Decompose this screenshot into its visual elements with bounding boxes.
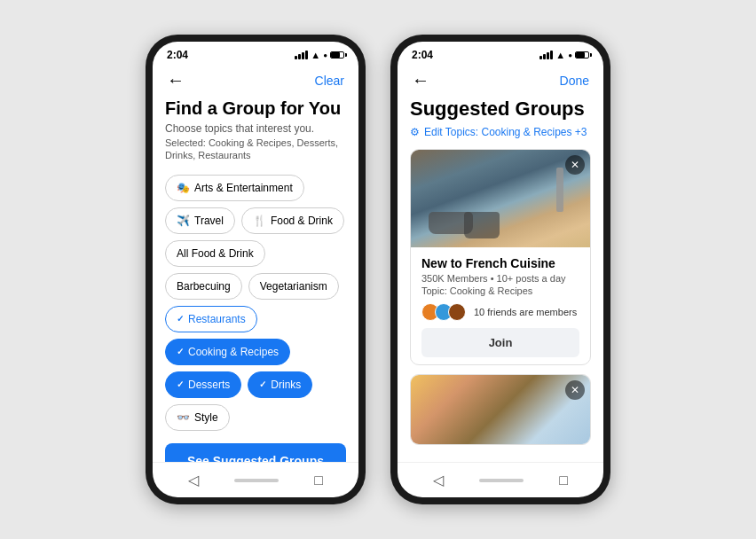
chip-cooking-label: Cooking & Recipes [188, 346, 279, 358]
avatar-3 [448, 303, 466, 321]
wifi-icon-right: ▲ [555, 50, 565, 60]
back-nav-right[interactable]: ◁ [433, 472, 444, 488]
page-subtitle-left: Choose topics that interest you. [165, 122, 346, 135]
chip-drinks-label: Drinks [271, 379, 301, 391]
chip-travel-label: Travel [194, 215, 224, 227]
chip-food-label: Food & Drink [271, 215, 333, 227]
friends-row-french: 10 friends are members [421, 303, 579, 321]
close-card-2[interactable]: ✕ [565, 380, 585, 400]
status-bar-left: 2:04 ▲ ● [153, 42, 358, 65]
status-bar-right: 2:04 ▲ ● [398, 42, 603, 65]
selected-topics-label: Selected: Cooking & Recipes, Desserts, D… [165, 137, 346, 162]
left-screen-content: Find a Group for You Choose topics that … [153, 98, 358, 462]
chip-allfood[interactable]: All Food & Drink [165, 240, 265, 267]
travel-icon: ✈️ [177, 215, 190, 227]
back-button-left[interactable]: ← [167, 70, 185, 90]
style-icon: 👓 [177, 411, 190, 424]
suggested-title: Suggested Groups [410, 98, 591, 121]
page-title-left: Find a Group for You [165, 98, 346, 119]
arts-icon: 🎭 [177, 182, 190, 194]
group-meta-french: 350K Members • 10+ posts a day [421, 273, 579, 284]
chip-bbq[interactable]: Barbecuing [165, 273, 242, 300]
chip-travel[interactable]: ✈️ Travel [165, 207, 235, 234]
back-button-right[interactable]: ← [412, 70, 429, 90]
right-phone-screen: 2:04 ▲ ● ← Done Suggested Gro [398, 42, 603, 497]
battery-icon-left [330, 51, 344, 59]
chip-style[interactable]: 👓 Style [165, 404, 230, 431]
edit-topics-label: Edit Topics: Cooking & Recipes +3 [424, 126, 587, 138]
square-nav-left[interactable]: □ [314, 473, 323, 488]
bottom-nav-left: ◁ □ [153, 462, 358, 497]
chip-cooking[interactable]: ✓ Cooking & Recipes [165, 339, 290, 365]
check-restaurants: ✓ [177, 314, 184, 324]
chip-bbq-label: Barbecuing [177, 280, 231, 293]
group-info-french: New to French Cuisine 350K Members • 10+… [411, 247, 590, 364]
chip-restaurants-label: Restaurants [188, 313, 246, 325]
chip-style-label: Style [194, 411, 218, 424]
friends-count: 10 friends are members [474, 307, 577, 317]
signal-dot-left: ● [323, 51, 327, 59]
food-icon: 🍴 [253, 215, 266, 227]
check-drinks: ✓ [259, 379, 266, 389]
chip-desserts[interactable]: ✓ Desserts [165, 371, 241, 398]
chip-arts[interactable]: 🎭 Arts & Entertainment [165, 175, 304, 201]
status-icons-right: ▲ ● [539, 50, 589, 60]
group-image-french: ✕ [411, 150, 590, 247]
bottom-nav-right: ◁ □ [398, 462, 603, 497]
clear-button[interactable]: Clear [315, 74, 344, 88]
left-phone-screen: 2:04 ▲ ● ← Clear Find a Group [153, 42, 358, 497]
check-cooking: ✓ [177, 347, 184, 356]
nav-bar-left: ← Clear [153, 65, 358, 98]
left-phone: 2:04 ▲ ● ← Clear Find a Group [146, 35, 366, 504]
see-groups-button[interactable]: See Suggested Groups [165, 443, 346, 462]
signal-dot-right: ● [568, 51, 572, 59]
right-phone: 2:04 ▲ ● ← Done Suggested Gro [390, 35, 610, 504]
home-indicator-right[interactable] [479, 479, 524, 482]
group-image-2: ✕ [411, 375, 590, 445]
chip-arts-label: Arts & Entertainment [194, 182, 293, 194]
gear-icon: ⚙ [410, 126, 420, 138]
chip-vegetarianism[interactable]: Vegetarianism [248, 273, 339, 300]
square-nav-right[interactable]: □ [559, 473, 568, 488]
group-topic-french: Topic: Cooking & Recipes [421, 285, 579, 296]
group-name-french: New to French Cuisine [421, 256, 579, 270]
time-right: 2:04 [412, 49, 433, 61]
time-left: 2:04 [167, 49, 188, 61]
chip-food[interactable]: 🍴 Food & Drink [241, 207, 344, 234]
done-button[interactable]: Done [560, 74, 589, 88]
status-icons-left: ▲ ● [295, 50, 344, 60]
avatar-stack [421, 303, 461, 321]
close-card-1[interactable]: ✕ [565, 155, 585, 175]
chip-veg-label: Vegetarianism [260, 280, 327, 293]
wifi-icon-left: ▲ [311, 50, 320, 60]
chip-allfood-label: All Food & Drink [177, 247, 254, 260]
chip-desserts-label: Desserts [188, 379, 230, 391]
join-button-1[interactable]: Join [421, 328, 579, 357]
nav-bar-right: ← Done [398, 65, 603, 98]
check-desserts: ✓ [177, 379, 184, 389]
home-indicator-left[interactable] [234, 479, 279, 482]
group-card-french-cuisine: ✕ New to French Cuisine 350K Members • 1… [410, 149, 591, 365]
right-screen-content: Suggested Groups ⚙ Edit Topics: Cooking … [398, 98, 603, 462]
back-nav-left[interactable]: ◁ [188, 472, 199, 488]
chip-drinks[interactable]: ✓ Drinks [248, 371, 312, 398]
chip-restaurants[interactable]: ✓ Restaurants [165, 306, 257, 332]
battery-icon-right [575, 51, 589, 59]
topics-grid: 🎭 Arts & Entertainment ✈️ Travel 🍴 Food … [165, 175, 346, 431]
group-card-2: ✕ [410, 374, 591, 445]
edit-topics-btn[interactable]: ⚙ Edit Topics: Cooking & Recipes +3 [410, 126, 591, 138]
